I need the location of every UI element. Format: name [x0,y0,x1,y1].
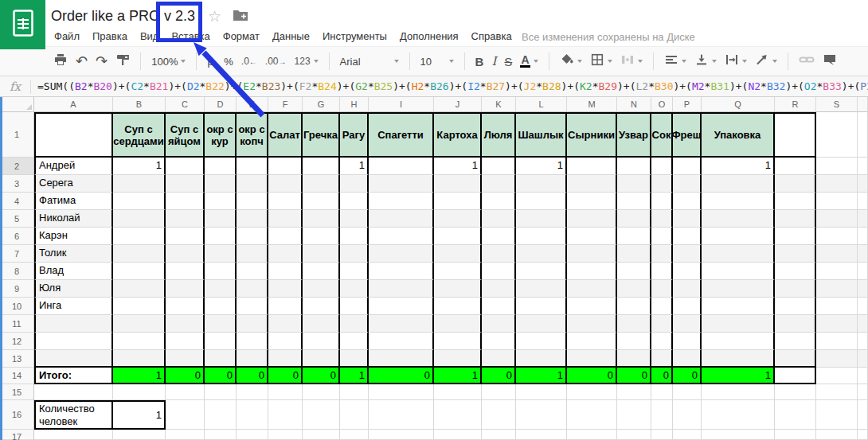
cell-O13[interactable] [651,350,673,368]
insert-comment-button[interactable] [819,51,841,72]
cell-J11[interactable] [434,315,482,333]
cell-B2[interactable]: 1 [113,158,166,175]
cell-Q14[interactable]: 1 [702,368,775,384]
cell-S12[interactable] [816,333,858,350]
row-header-13[interactable]: 13 [0,350,34,368]
cell-R2[interactable] [775,158,816,175]
cell-B14[interactable]: 1 [113,368,166,384]
cell-L9[interactable] [516,280,567,298]
cell-x3[interactable] [858,175,868,193]
cell-S9[interactable] [816,280,858,298]
cell-A11[interactable] [34,315,113,333]
cell-I4[interactable] [369,193,434,210]
cell-N9[interactable] [617,280,651,298]
cell-P13[interactable] [673,350,702,368]
cell-C7[interactable] [166,245,205,263]
cell-N4[interactable] [617,193,651,210]
cell-K14[interactable]: 0 [482,368,516,384]
cell-N15[interactable] [617,384,651,400]
cell-D16[interactable] [205,400,237,430]
cell-P12[interactable] [673,333,702,350]
cell-E17[interactable] [237,430,268,440]
cell-R5[interactable] [775,210,816,228]
cell-E16[interactable] [237,400,268,430]
cell-M9[interactable] [567,280,617,298]
cell-D8[interactable] [205,263,237,280]
cell-D17[interactable] [205,430,237,440]
row-header-14[interactable]: 14 [0,368,34,384]
row-header-16[interactable]: 16 [0,400,34,430]
cell-A1[interactable] [34,112,113,158]
fill-color-button[interactable] [556,51,586,72]
cell-E7[interactable] [237,245,268,263]
cell-R8[interactable] [775,263,816,280]
cell-F17[interactable] [268,430,303,440]
cell-L8[interactable] [516,263,567,280]
cell-K11[interactable] [482,315,516,333]
cell-G3[interactable] [303,175,340,193]
cell-S1[interactable] [816,112,858,158]
cell-C3[interactable] [166,175,205,193]
cell-S8[interactable] [816,263,858,280]
cell-G17[interactable] [303,430,340,440]
cell-L15[interactable] [516,384,567,400]
cell-M2[interactable] [567,158,617,175]
move-to-folder-button[interactable] [233,8,248,25]
cell-I17[interactable] [369,430,434,440]
cell-H9[interactable] [340,280,369,298]
cell-S5[interactable] [816,210,858,228]
cell-C11[interactable] [166,315,205,333]
cell-P3[interactable] [673,175,702,193]
cell-S7[interactable] [816,245,858,263]
cell-G10[interactable] [303,298,340,315]
cell-M16[interactable] [567,400,617,430]
cell-O2[interactable] [651,158,673,175]
cell-A12[interactable] [34,333,113,350]
cell-O4[interactable] [651,193,673,210]
cell-F9[interactable] [268,280,303,298]
cell-J17[interactable] [434,430,482,440]
cell-P2[interactable] [673,158,702,175]
cell-A3[interactable]: Серега [34,175,113,193]
borders-button[interactable] [586,51,616,72]
cell-B17[interactable] [113,430,166,440]
row-header-8[interactable]: 8 [0,263,34,280]
cell-O14[interactable]: 0 [651,368,673,384]
cell-E8[interactable] [237,263,268,280]
cell-A4[interactable]: Фатима [34,193,113,210]
cell-J14[interactable]: 1 [434,368,482,384]
cell-F3[interactable] [268,175,303,193]
row-header-6[interactable]: 6 [0,228,34,245]
cell-C14[interactable]: 0 [166,368,205,384]
cell-H8[interactable] [340,263,369,280]
formula-input[interactable]: =SUM((B2*B20)+(C2*B21)+(D2*B22)+(E2*B23)… [37,80,868,92]
cell-F11[interactable] [268,315,303,333]
cell-I6[interactable] [369,228,434,245]
column-header-N[interactable]: N [617,97,651,112]
cell-P9[interactable] [673,280,702,298]
cell-F10[interactable] [268,298,303,315]
row-header-9[interactable]: 9 [0,280,34,298]
column-header-H[interactable]: H [340,97,369,112]
cell-E15[interactable] [237,384,268,400]
cell-C10[interactable] [166,298,205,315]
cell-I11[interactable] [369,315,434,333]
cell-R13[interactable] [775,350,816,368]
cell-C6[interactable] [166,228,205,245]
cell-E11[interactable] [237,315,268,333]
cell-B11[interactable] [113,315,166,333]
cell-L10[interactable] [516,298,567,315]
cell-x7[interactable] [858,245,868,263]
cell-Q17[interactable] [702,430,775,440]
cell-H15[interactable] [340,384,369,400]
cell-G15[interactable] [303,384,340,400]
cell-S11[interactable] [816,315,858,333]
cell-M8[interactable] [567,263,617,280]
row-header-7[interactable]: 7 [0,245,34,263]
cell-A14[interactable]: Итого: [34,368,113,384]
column-header-S[interactable]: S [816,97,858,112]
cell-I15[interactable] [369,384,434,400]
cell-F12[interactable] [268,333,303,350]
text-color-button[interactable]: A [516,51,542,72]
cell-O1[interactable]: Сок [651,112,673,158]
